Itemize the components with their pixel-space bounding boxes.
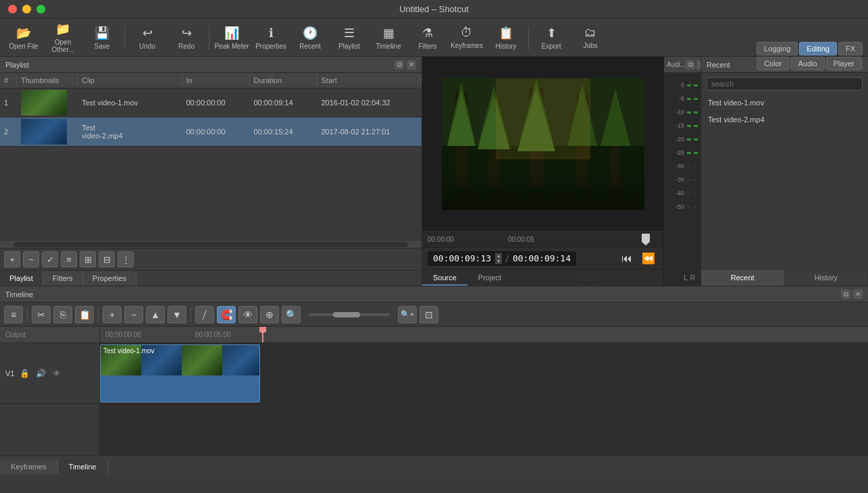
meter-bar-3r xyxy=(694,125,698,127)
playlist-add-button[interactable]: + xyxy=(4,251,20,267)
logging-mode-button[interactable]: Logging xyxy=(757,42,798,55)
preview-panel: 00:00:00 00:00:05 00:00:09:13 ▲ ▼ / 00:0… xyxy=(422,57,663,286)
open-other-button[interactable]: 📁 Open Other... xyxy=(45,22,81,54)
fx-mode-button[interactable]: FX xyxy=(838,42,863,55)
track-labels: Output V1 🔒 🔊 👁 xyxy=(0,327,100,455)
playlist-menu-button[interactable]: ⋮ xyxy=(118,251,134,267)
tab-history[interactable]: History xyxy=(785,269,869,286)
timeline-button[interactable]: ▦ Timeline xyxy=(370,22,407,54)
player-mode-button[interactable]: Player xyxy=(826,57,862,70)
meter-label-5: -25 xyxy=(675,146,684,159)
close-button[interactable] xyxy=(8,5,17,14)
time-separator: / xyxy=(505,253,510,263)
timeline-ripple2-button[interactable]: 👁 xyxy=(238,306,257,323)
timeline-close-button[interactable]: ✕ xyxy=(853,290,863,299)
go-start-button[interactable]: ⏮ xyxy=(619,253,635,265)
minimize-button[interactable] xyxy=(22,5,31,14)
playlist-float-button[interactable]: ⧉ xyxy=(394,60,404,70)
meter-bar-7r xyxy=(694,179,698,181)
scrub-scale: 00:00:00 00:00:05 xyxy=(422,236,663,243)
timeline-split-button[interactable]: ⧸ xyxy=(195,306,214,323)
tab-timeline-bottom[interactable]: Timeline xyxy=(58,459,108,474)
playlist-check-button[interactable]: ✓ xyxy=(42,251,58,267)
redo-button[interactable]: ↪ Redo xyxy=(168,22,205,54)
track-hide-button[interactable]: 👁 xyxy=(51,367,63,380)
timeline-area: Timeline ⧉ ✕ ≡ ✂ ⎘ 📋 + − ▲ ▼ ⧸ 🧲 👁 ⊕ 🔍 xyxy=(0,286,868,474)
time-stepper[interactable]: ▲ ▼ xyxy=(495,253,502,264)
table-row[interactable]: 1 Test video-1.mov 00:00:00:00 00:00:09:… xyxy=(0,88,422,118)
recent-icon: 🕐 xyxy=(303,26,317,41)
playhead[interactable] xyxy=(262,327,263,342)
playlist-table-button[interactable]: ⊟ xyxy=(99,251,115,267)
audio-float-button[interactable]: ⧉ xyxy=(686,60,695,70)
clip-block-1[interactable]: Test video-1.mov xyxy=(100,344,260,403)
audio-mode-button[interactable]: Audio xyxy=(790,57,824,70)
tab-project[interactable]: Project xyxy=(467,271,512,286)
meter-bar-2r xyxy=(694,111,698,113)
filters-button[interactable]: ⚗ Filters xyxy=(409,22,446,54)
scrub-timeline[interactable]: 00:00:00 00:00:05 xyxy=(422,231,663,247)
search-input[interactable] xyxy=(707,77,863,90)
timeline-zoom-out-button[interactable]: 🔍 xyxy=(282,306,301,323)
playlist-list-button[interactable]: ≡ xyxy=(61,251,77,267)
timeline-ripple-button[interactable]: − xyxy=(124,306,143,323)
timeline-snap-button[interactable]: 🧲 xyxy=(217,306,236,323)
playlist-button[interactable]: ☰ Playlist xyxy=(331,22,367,54)
tab-filters[interactable]: Filters xyxy=(43,271,83,286)
meter-row-8: -40 xyxy=(667,186,698,200)
peak-meter-button[interactable]: 📊 Peak Meter xyxy=(213,22,250,54)
timeline-all-button[interactable]: ⊕ xyxy=(260,306,279,323)
timeline-fit-button[interactable]: ⊡ xyxy=(419,306,438,323)
meter-bar-3 xyxy=(687,125,691,127)
timeline-paste-button[interactable]: 📋 xyxy=(75,306,94,323)
table-row[interactable]: 2 Testvideo-2.mp4 00:00:00:00 00:00:15:2… xyxy=(0,118,422,147)
track-lock-button[interactable]: 🔒 xyxy=(18,367,30,380)
meter-bar-9r xyxy=(694,206,698,208)
playlist-scrollbar[interactable] xyxy=(0,240,422,248)
timeline-zoom-in-button[interactable]: 🔍+ xyxy=(398,306,417,323)
timeline-float-button[interactable]: ⧉ xyxy=(841,290,850,299)
recent-button[interactable]: 🕐 Recent xyxy=(292,22,328,54)
playlist-close-button[interactable]: ✕ xyxy=(407,60,416,70)
total-time: 00:00:09:14 xyxy=(513,253,571,263)
meter-row-9: -50 xyxy=(667,200,698,213)
playlist-remove-button[interactable]: − xyxy=(23,251,39,267)
playlist-grid-button[interactable]: ⊞ xyxy=(80,251,96,267)
timeline-menu-button[interactable]: ≡ xyxy=(4,306,23,323)
export-button[interactable]: ⬆ Export xyxy=(533,22,569,54)
scrollbar-track xyxy=(14,242,408,247)
timeline-cut-button[interactable]: ✂ xyxy=(32,306,51,323)
filters-label: Filters xyxy=(418,43,436,50)
jobs-button[interactable]: 🗂 Jobs xyxy=(572,22,609,54)
tab-source[interactable]: Source xyxy=(422,271,467,286)
playlist-tabs: Playlist Filters Properties xyxy=(0,270,422,286)
recent-item-1[interactable]: Test video-1.mov xyxy=(701,95,868,111)
col-in: In xyxy=(182,75,250,86)
meter-container: 0 -5 -10 -15 xyxy=(667,76,698,273)
zoom-slider[interactable] xyxy=(309,313,390,316)
save-button[interactable]: 💾 Save xyxy=(84,22,120,54)
keyframes-button[interactable]: ⏱ Keyframes xyxy=(449,22,485,54)
timeline-overwrite-button[interactable]: ▼ xyxy=(168,306,186,323)
tab-properties[interactable]: Properties xyxy=(83,271,136,286)
tab-recent[interactable]: Recent xyxy=(701,269,785,286)
tab-playlist[interactable]: Playlist xyxy=(0,271,43,286)
history-button[interactable]: 📋 History xyxy=(488,22,524,54)
editing-mode-button[interactable]: Editing xyxy=(799,42,837,55)
track-mute-button[interactable]: 🔊 xyxy=(34,367,47,380)
rewind-button[interactable]: ⏪ xyxy=(639,252,658,265)
timeline-append-button[interactable]: + xyxy=(103,306,122,323)
time-step-down[interactable]: ▼ xyxy=(495,259,502,264)
row1-date: 2016-01-02 02:04:32 xyxy=(317,97,422,108)
recent-item-2[interactable]: Test video-2.mp4 xyxy=(701,111,868,128)
time-step-up[interactable]: ▲ xyxy=(495,253,502,259)
maximize-button[interactable] xyxy=(36,5,45,14)
color-mode-button[interactable]: Color xyxy=(757,57,789,70)
tab-keyframes-bottom[interactable]: Keyframes xyxy=(0,459,58,474)
properties-button[interactable]: ℹ Properties xyxy=(253,22,289,54)
open-file-button[interactable]: 📂 Open File xyxy=(5,22,42,54)
timeline-copy-button[interactable]: ⎘ xyxy=(53,306,72,323)
timeline-lift-button[interactable]: ▲ xyxy=(146,306,165,323)
undo-button[interactable]: ↩ Undo xyxy=(129,22,165,54)
clip-frame-4 xyxy=(222,345,259,375)
